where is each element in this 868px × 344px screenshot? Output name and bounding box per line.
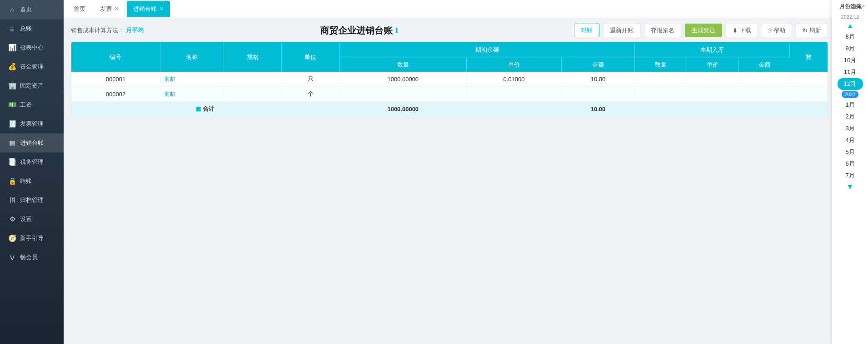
toolbar: 销售成本计算方法： 月平均 商贸企业进销台账 ℹ 对账 重新开账 存报别名 生成… <box>71 24 828 37</box>
total-in-price <box>687 102 738 117</box>
month-10[interactable]: 10月 <box>838 54 863 66</box>
sidebar-item-close[interactable]: 🔒 结账 <box>0 172 64 191</box>
sidebar-item-reports[interactable]: 📊 报表中心 <box>0 38 64 57</box>
tab-purchase-sales-close[interactable]: ✕ <box>160 6 164 11</box>
page-title-area: 商贸企业进销台账 ℹ <box>320 25 398 37</box>
tab-invoice-close[interactable]: ✕ <box>115 6 119 11</box>
cell-name: 前缸 <box>160 72 224 87</box>
purchase-sales-icon: ▦ <box>8 139 16 147</box>
cell-open-price: 0.01000 <box>467 72 562 87</box>
refresh-icon: ↻ <box>803 27 808 34</box>
cell-open-qty <box>339 87 467 102</box>
help-button[interactable]: ? 帮助 <box>762 24 792 37</box>
col-name: 名称 <box>160 42 224 72</box>
year-2022-label: 2022.12 <box>841 14 859 20</box>
sidebar-item-label: 归档管理 <box>20 196 44 204</box>
download-icon: ⬇ <box>733 27 738 34</box>
sidebar-item-invoice-mgmt[interactable]: 🧾 发票管理 <box>0 114 64 133</box>
col-code: 编号 <box>71 42 160 72</box>
col-unit: 单位 <box>282 42 339 72</box>
refresh-button[interactable]: ↻ 刷新 <box>796 24 828 37</box>
cell-in-qty <box>635 72 687 87</box>
cell-code: 000001 <box>71 72 160 87</box>
help-label: 帮助 <box>773 26 785 34</box>
sidebar-item-settings[interactable]: ⚙ 设置 <box>0 210 64 229</box>
content-area: 销售成本计算方法： 月平均 商贸企业进销台账 ℹ 对账 重新开账 存报别名 生成… <box>64 18 868 344</box>
info-icon[interactable]: ℹ <box>395 27 398 34</box>
month-9[interactable]: 9月 <box>838 43 863 54</box>
sidebar-item-home[interactable]: ⌂ 首页 <box>0 0 64 19</box>
scroll-down-arrow[interactable]: ▼ <box>847 182 854 192</box>
month-panel: 月份选择 2022.12 ▲ 8月 9月 10月 11月 12月 2023 1月… <box>832 0 868 344</box>
download-label: 下载 <box>739 26 751 34</box>
close-window-button[interactable]: ✕ <box>851 3 857 11</box>
month-5[interactable]: 5月 <box>838 146 863 158</box>
sidebar-item-tax[interactable]: 📑 税务管理 <box>0 152 64 172</box>
cell-count <box>790 87 828 102</box>
payroll-icon: 💵 <box>8 101 16 109</box>
generate-voucher-button[interactable]: 生成凭证 <box>685 24 722 37</box>
archive-icon: 🗄 <box>8 197 16 204</box>
vip-icon: V <box>8 254 16 261</box>
save-alias-button[interactable]: 存报别名 <box>644 24 681 37</box>
ledger-icon: ≡ <box>8 25 16 33</box>
home-icon: ⌂ <box>8 6 16 14</box>
total-open-amount: 10.00 <box>561 102 635 117</box>
sidebar-item-funds[interactable]: 💰 资金管理 <box>0 57 64 76</box>
month-3[interactable]: 3月 <box>838 123 863 134</box>
month-6[interactable]: 6月 <box>838 158 863 170</box>
maximize-window-button[interactable]: ⤢ <box>859 3 865 11</box>
tab-invoice-label: 发票 <box>100 5 112 13</box>
month-12[interactable]: 12月 <box>838 78 863 90</box>
window-controls: ✕ ⤢ <box>851 3 865 11</box>
total-text: 合计 <box>203 105 215 113</box>
cost-method-value: 月平均 <box>126 27 144 34</box>
month-8[interactable]: 8月 <box>838 31 863 43</box>
month-11[interactable]: 11月 <box>838 66 863 78</box>
sidebar-item-archive[interactable]: 🗄 归档管理 <box>0 191 64 210</box>
cell-in-qty <box>635 87 687 102</box>
month-7[interactable]: 7月 <box>838 170 863 182</box>
cell-spec <box>224 87 282 102</box>
cell-in-price <box>687 87 738 102</box>
reconcile-button[interactable]: 对账 <box>574 24 599 37</box>
tab-home[interactable]: 首页 <box>67 1 92 17</box>
col-open-price: 单价 <box>467 58 562 72</box>
download-button[interactable]: ⬇ 下载 <box>726 24 758 37</box>
purchase-sales-table: 编号 名称 规格 单位 期初余额 本期入库 数 数量 单价 金额 数量 单价 <box>71 42 828 117</box>
month-2[interactable]: 2月 <box>838 111 863 123</box>
total-icon: ▦ <box>196 106 201 112</box>
scroll-up-arrow[interactable]: ▲ <box>847 20 854 31</box>
total-label-cell: ▦ 合计 <box>71 102 339 117</box>
main-area: 首页 发票 ✕ 进销台账 ✕ 销售成本计算方法： 月平均 商贸企业进销台账 ℹ … <box>64 0 868 344</box>
tab-invoice[interactable]: 发票 ✕ <box>94 1 125 17</box>
sidebar-item-payroll[interactable]: 💵 工资 <box>0 95 64 114</box>
assets-icon: 🏢 <box>8 82 16 90</box>
total-count <box>790 102 828 117</box>
guide-icon: 🧭 <box>8 234 16 242</box>
invoice-mgmt-icon: 🧾 <box>8 120 16 128</box>
refresh-label: 刷新 <box>809 26 821 34</box>
sidebar-item-label: 固定资产 <box>20 82 44 90</box>
sidebar-item-purchase-sales[interactable]: ▦ 进销台账 <box>0 133 64 152</box>
month-1[interactable]: 1月 <box>838 99 863 111</box>
total-open-qty: 1000.00000 <box>339 102 467 117</box>
month-4[interactable]: 4月 <box>838 134 863 146</box>
sidebar-item-guide[interactable]: 🧭 新手引导 <box>0 229 64 248</box>
sidebar-item-vip[interactable]: V 畅会员 <box>0 248 64 267</box>
total-in-amount <box>738 102 790 117</box>
cell-unit: 只 <box>282 72 339 87</box>
tab-purchase-sales[interactable]: 进销台账 ✕ <box>127 1 170 17</box>
table-row[interactable]: 000002 前缸 个 <box>71 87 828 102</box>
sidebar-item-assets[interactable]: 🏢 固定资产 <box>0 76 64 95</box>
reopen-button[interactable]: 重新开账 <box>603 24 640 37</box>
sidebar-item-ledger[interactable]: ≡ 总账 <box>0 19 64 38</box>
table-row[interactable]: 000001 前缸 只 1000.00000 0.01000 10.00 <box>71 72 828 87</box>
col-open-amount: 金额 <box>561 58 635 72</box>
cell-open-amount <box>561 87 635 102</box>
sidebar-item-label: 资金管理 <box>20 63 44 71</box>
sidebar-item-label: 发票管理 <box>20 120 44 128</box>
sidebar: ⌂ 首页 ≡ 总账 📊 报表中心 💰 资金管理 🏢 固定资产 💵 工资 🧾 发票… <box>0 0 64 344</box>
tab-home-label: 首页 <box>74 5 85 13</box>
cell-open-price <box>467 87 562 102</box>
